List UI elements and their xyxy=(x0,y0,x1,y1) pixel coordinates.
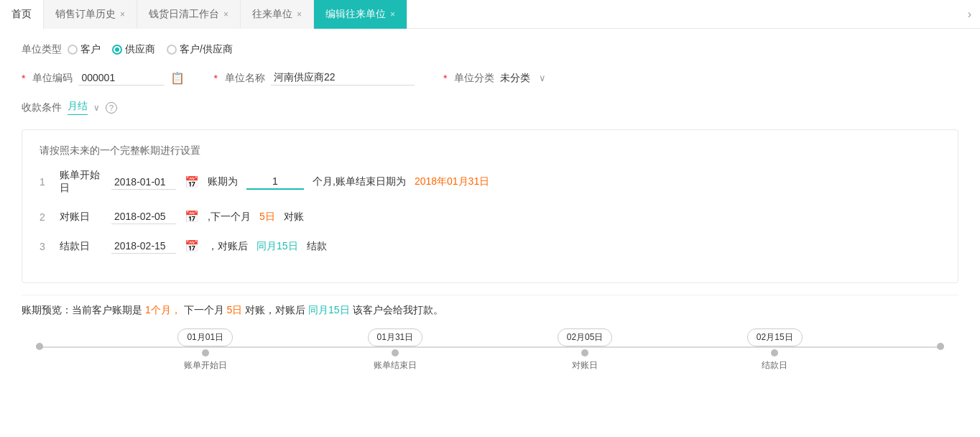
tab-edit-unit[interactable]: 编辑往来单位 × xyxy=(314,0,407,29)
unit-type-group: 单位类型 客户 供应商 客户/供应商 xyxy=(22,43,233,56)
preview-months: 1个月， xyxy=(145,304,181,316)
unit-code-star: * xyxy=(22,73,25,84)
radio-supplier-label: 供应商 xyxy=(125,43,155,56)
period-payment-day: 同月15日 xyxy=(256,240,298,253)
tab-edit-unit-close[interactable]: × xyxy=(390,9,395,19)
tab-home-label: 首页 xyxy=(11,8,32,21)
timeline-dot-1 xyxy=(202,349,209,356)
tab-home[interactable]: 首页 xyxy=(0,0,44,29)
payment-dropdown-arrow[interactable]: ∨ xyxy=(93,103,100,113)
radio-customer[interactable]: 客户 xyxy=(68,43,101,56)
unit-name-label: 单位名称 xyxy=(225,72,265,85)
tab-related-unit[interactable]: 往来单位 × xyxy=(241,0,314,29)
preview-reconcile-post: 对账，对账后 xyxy=(245,304,305,316)
timeline-badge-3: 02月05日 xyxy=(558,328,613,346)
timeline-badge-2: 01月31日 xyxy=(368,328,423,346)
period-row-1: 1 账单开始日 📅 账期为 个月,账单结束日期为 2018年01月31日 xyxy=(40,169,940,195)
timeline-right-dot xyxy=(937,343,944,350)
timeline-badge-4: 02月15日 xyxy=(747,328,803,346)
unit-code-label: 单位编码 xyxy=(32,72,73,85)
step-3-num: 3 xyxy=(40,241,51,252)
period-reconcile-day: 5日 xyxy=(259,211,275,224)
payment-value[interactable]: 月结 xyxy=(68,100,88,115)
payment-row: 收款条件 月结 ∨ ? xyxy=(22,100,958,115)
tab-edit-unit-label: 编辑往来单位 xyxy=(325,8,386,21)
period-payment-pre: ，对账后 xyxy=(208,240,248,253)
payment-group: 收款条件 月结 ∨ ? xyxy=(22,100,117,115)
step-2-label: 对账日 xyxy=(60,211,103,224)
timeline-container: 01月01日 账单开始日 01月31日 账单结束日 02月05日 对账日 xyxy=(22,328,958,372)
tab-expand-button[interactable]: › xyxy=(959,8,980,21)
radio-supplier[interactable]: 供应商 xyxy=(112,43,155,56)
unit-name-star: * xyxy=(213,73,217,84)
period-box: 请按照未来的一个完整帐期进行设置 1 账单开始日 📅 账期为 个月,账单结束日期… xyxy=(22,129,958,283)
timeline-dot-2 xyxy=(392,349,399,356)
start-date-input[interactable] xyxy=(111,175,176,190)
timeline-end-circle xyxy=(937,343,944,350)
unit-name-input[interactable] xyxy=(271,70,415,86)
period-payment-post: 结款 xyxy=(307,240,327,253)
unit-category-group: * 单位分类 未分类 ∨ xyxy=(443,72,546,85)
payment-help-icon[interactable]: ? xyxy=(106,102,117,114)
unit-type-radio-group: 客户 供应商 客户/供应商 xyxy=(68,43,233,56)
unit-code-input[interactable] xyxy=(78,70,165,86)
tab-sales-history-label: 销售订单历史 xyxy=(55,8,116,21)
tab-related-unit-label: 往来单位 xyxy=(252,8,292,21)
timeline-dot-3 xyxy=(581,349,588,356)
unit-info-row: * 单位编码 📋 * 单位名称 * 单位分类 未分类 ∨ xyxy=(22,70,958,86)
timeline-label-3: 对账日 xyxy=(572,359,598,372)
radio-both-circle xyxy=(167,45,177,55)
timeline-label-2: 账单结束日 xyxy=(374,359,417,372)
timeline-node-2: 01月31日 账单结束日 xyxy=(368,328,423,372)
preview-text: 账期预览：当前客户账期是 1个月， 下一个月 5日 对账，对账后 同月15日 该… xyxy=(22,304,958,317)
radio-customer-circle xyxy=(68,45,78,55)
reconcile-date-input[interactable] xyxy=(111,209,176,224)
step-1-num: 1 xyxy=(40,176,51,188)
step-1-label: 账单开始日 xyxy=(60,169,103,195)
radio-customer-label: 客户 xyxy=(80,43,101,56)
period-month-suffix: 个月,账单结束日期为 xyxy=(313,175,406,188)
start-date-calendar-icon[interactable]: 📅 xyxy=(185,175,199,189)
tab-cash-work-label: 钱货日清工作台 xyxy=(149,8,219,21)
tab-sales-history-close[interactable]: × xyxy=(120,9,125,19)
tab-cash-work[interactable]: 钱货日清工作台 × xyxy=(137,0,241,29)
tabs-bar: 首页 销售订单历史 × 钱货日清工作台 × 往来单位 × 编辑往来单位 × › xyxy=(0,0,980,29)
period-reconcile-post: 对账 xyxy=(284,211,304,224)
payment-date-calendar-icon[interactable]: 📅 xyxy=(185,239,199,253)
preview-payment-day: 同月15日 xyxy=(308,304,350,316)
payment-label: 收款条件 xyxy=(22,101,62,114)
preview-prefix: 账期预览：当前客户账期是 xyxy=(22,304,142,316)
reconcile-date-calendar-icon[interactable]: 📅 xyxy=(185,210,199,224)
tab-related-unit-close[interactable]: × xyxy=(297,9,302,19)
period-reconcile-pre: ,下一个月 xyxy=(208,211,251,224)
period-row-2: 2 对账日 📅 ,下一个月 5日 对账 xyxy=(40,209,940,224)
tab-cash-work-close[interactable]: × xyxy=(223,9,228,19)
timeline-points: 01月01日 账单开始日 01月31日 账单结束日 02月05日 对账日 xyxy=(36,328,944,372)
timeline-node-3: 02月05日 对账日 xyxy=(558,328,613,372)
timeline-dot-4 xyxy=(771,349,778,356)
preview-suffix: 该客户会给我打款。 xyxy=(353,304,443,316)
unit-category-label: 单位分类 xyxy=(454,72,494,85)
payment-dropdown-group: 月结 ∨ xyxy=(68,100,100,115)
preview-reconcile-day: 5日 xyxy=(226,304,242,316)
unit-name-group: * 单位名称 xyxy=(213,70,414,86)
timeline-badge-1: 01月01日 xyxy=(177,328,233,346)
timeline-start-circle xyxy=(36,343,43,350)
unit-category-arrow[interactable]: ∨ xyxy=(539,73,546,83)
radio-both-label: 客户/供应商 xyxy=(180,43,233,56)
unit-type-label: 单位类型 xyxy=(22,43,62,56)
main-content: 单位类型 客户 供应商 客户/供应商 * 单位编码 xyxy=(0,29,980,437)
unit-category-value: 未分类 xyxy=(500,72,530,85)
month-input[interactable] xyxy=(246,174,304,190)
timeline-left-dot xyxy=(36,343,43,350)
step-3-label: 结款日 xyxy=(60,240,103,253)
radio-both[interactable]: 客户/供应商 xyxy=(167,43,233,56)
radio-supplier-circle xyxy=(112,45,122,55)
timeline-label-1: 账单开始日 xyxy=(184,359,227,372)
unit-code-calendar-icon[interactable]: 📋 xyxy=(170,71,185,85)
payment-date-input[interactable] xyxy=(111,239,176,254)
tab-sales-history[interactable]: 销售订单历史 × xyxy=(44,0,137,29)
timeline-node-1: 01月01日 账单开始日 xyxy=(177,328,233,372)
unit-type-row: 单位类型 客户 供应商 客户/供应商 xyxy=(22,43,958,56)
preview-section: 账期预览：当前客户账期是 1个月， 下一个月 5日 对账，对账后 同月15日 该… xyxy=(22,295,958,380)
